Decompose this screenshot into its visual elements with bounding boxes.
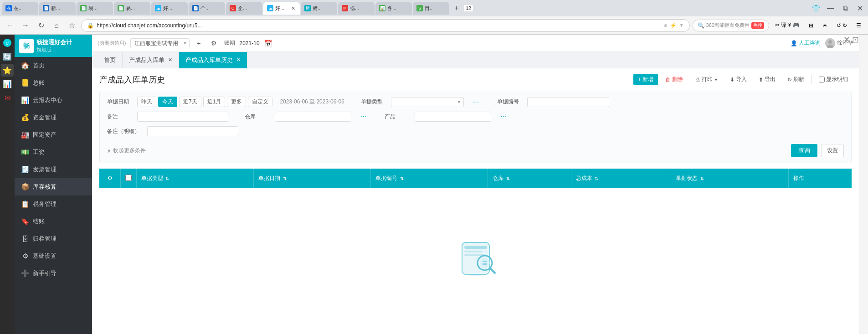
home-button[interactable]: ⌂ — [50, 19, 63, 32]
grid-icon[interactable]: ⊞ — [663, 23, 667, 28]
show-cols-label: 显示明细 — [826, 76, 848, 83]
nav-item-home[interactable]: 🏠 首页 — [15, 57, 92, 74]
browser-tab-6[interactable]: 📄 个... — [189, 2, 225, 15]
th-number-sort-icon[interactable]: ⇅ — [400, 176, 404, 181]
warehouse-dots[interactable]: ··· — [359, 113, 368, 121]
mail-icon[interactable]: ✉ — [1, 91, 14, 104]
sync-icon[interactable]: 🔄 — [1, 50, 14, 63]
new-tab-button[interactable]: + — [450, 2, 463, 15]
product-dots[interactable]: ··· — [498, 113, 508, 121]
company-settings-button[interactable]: ⚙ — [208, 39, 220, 48]
select-all-checkbox[interactable] — [125, 175, 132, 181]
nav-item-base-settings[interactable]: ⚙ 基础设置 — [15, 247, 92, 265]
th-date-sort-icon[interactable]: ⇅ — [283, 176, 287, 181]
undo-btn[interactable]: ↺ ↻ — [833, 21, 850, 30]
browser-tab-9[interactable]: 腾 腾... — [301, 2, 337, 15]
restore-button[interactable]: ⧉ — [839, 2, 852, 15]
browser-tab-8[interactable]: ☁ 好... ✕ — [263, 2, 300, 15]
close-button[interactable]: ✕ — [853, 2, 866, 15]
nav-item-ledger[interactable]: 📒 总账 — [15, 74, 92, 92]
nav-item-archive[interactable]: 🗄 归档管理 — [15, 230, 92, 247]
th-status-sort-icon[interactable]: ⇅ — [700, 176, 704, 181]
nav-item-invoice[interactable]: 🧾 发票管理 — [15, 161, 92, 178]
tab-close-8[interactable]: ✕ — [290, 5, 296, 12]
nav-item-inventory[interactable]: 📦 库存核算 — [15, 178, 92, 195]
import-button[interactable]: ⬇ 导入 — [725, 74, 751, 85]
type-select[interactable] — [391, 97, 464, 107]
number-filter-input[interactable] — [527, 97, 609, 107]
date-btn-custom[interactable]: 自定义 — [248, 97, 272, 107]
lightning-icon[interactable]: ⚡ — [670, 22, 677, 29]
browser-tab-7[interactable]: C 企... — [226, 2, 262, 15]
type-dots[interactable]: ··· — [471, 98, 481, 106]
date-btn-more[interactable]: 更多 — [227, 97, 246, 107]
add-company-button[interactable]: + — [194, 39, 203, 48]
forward-button[interactable]: → — [19, 19, 32, 32]
company-selector[interactable]: 江西服宝测试专用 — [130, 38, 190, 48]
nav-item-new-entry[interactable]: ➕ 新手引导 — [15, 265, 92, 282]
page-tab-list[interactable]: 产成品入库单 ✕ — [123, 52, 179, 68]
remark-detail-filter-input[interactable] — [147, 126, 238, 136]
add-button[interactable]: + 新增 — [633, 74, 658, 85]
browser-tab-3[interactable]: 📄 易... — [77, 2, 113, 15]
show-cols-button[interactable]: 显示明细 — [815, 74, 852, 85]
browser-tab-4[interactable]: 📄 易... — [114, 2, 150, 15]
page-tab-list-close[interactable]: ✕ — [168, 57, 172, 63]
date-btn-yesterday[interactable]: 昨天 — [137, 97, 156, 107]
bookmark-button[interactable]: ☆ — [66, 19, 78, 32]
shirt-icon[interactable]: 👕 — [810, 2, 822, 15]
browser-tab-12[interactable]: S 目... — [413, 2, 449, 15]
page-close-button[interactable]: ✕ — [843, 35, 850, 45]
star-icon[interactable]: ⭐ — [1, 64, 14, 77]
th-type-sort-icon[interactable]: ⇅ — [165, 176, 169, 181]
sun-btn[interactable]: ☀ — [819, 21, 831, 30]
tab-favicon-3: 📄 — [80, 5, 87, 11]
page-tab-history[interactable]: 产成品入库单历史 ✕ — [179, 52, 247, 68]
query-button[interactable]: 查询 — [791, 144, 817, 157]
show-cols-checkbox[interactable] — [819, 77, 825, 82]
nav-item-funds[interactable]: 💰 资金管理 — [15, 109, 92, 126]
back-button[interactable]: ← — [4, 19, 16, 32]
print-button[interactable]: 🖨 打印 ▼ — [690, 74, 723, 85]
browser-tab-2[interactable]: 📄 新... — [39, 2, 76, 15]
page-expand-button[interactable]: ⊡ — [852, 35, 859, 45]
table-settings-button[interactable]: ⚙ — [104, 172, 116, 184]
th-total-cost-sort-icon[interactable]: ⇅ — [595, 176, 598, 181]
settings-filter-button[interactable]: 设置 — [821, 144, 844, 157]
search-box[interactable]: 🔍 360智能抠图免费用 热搜 — [693, 20, 769, 31]
th-warehouse-sort-icon[interactable]: ⇅ — [506, 176, 510, 181]
analytics-icon[interactable]: 📊 — [1, 77, 14, 90]
dropdown-arrow[interactable]: ▼ — [679, 23, 684, 28]
date-btn-today[interactable]: 今天 — [158, 97, 177, 107]
scissors-btn[interactable]: ✂ 译 ¥ 🎮 — [772, 20, 803, 31]
warehouse-filter-input[interactable] — [275, 112, 351, 122]
browser-tab-5[interactable]: ☁ 好... — [151, 2, 188, 15]
menu-btn[interactable]: ☰ — [853, 21, 864, 30]
nav-item-reports[interactable]: 📊 云报表中心 — [15, 92, 92, 109]
date-btn-7days[interactable]: 近7天 — [179, 97, 201, 107]
export-icon: ⬆ — [759, 77, 763, 83]
grid-btn[interactable]: ⊞ — [806, 21, 817, 30]
help-link[interactable]: 👤 人工咨询 — [791, 39, 821, 47]
nav-item-settlement[interactable]: 🔖 结账 — [15, 213, 92, 230]
address-input-bar[interactable]: 🔒 https://cloud.chanjet.com/accounting/u… — [81, 19, 690, 32]
export-button[interactable]: ⬆ 导出 — [754, 74, 780, 85]
browser-tab-11[interactable]: 📊 各... — [375, 2, 412, 15]
nav-item-payroll[interactable]: 💵 工资 — [15, 144, 92, 161]
browser-tab-1[interactable]: 在 在... — [2, 2, 38, 15]
remark-filter-input[interactable] — [137, 112, 228, 122]
refresh-button[interactable]: ↻ 刷新 — [783, 74, 809, 85]
minimize-button[interactable]: — — [824, 2, 837, 15]
app-logo-icon[interactable]: C — [1, 36, 14, 49]
date-btn-1month[interactable]: 近1月 — [203, 97, 226, 107]
page-tab-home[interactable]: 首页 — [98, 52, 123, 68]
delete-button[interactable]: 🗑 删除 — [661, 74, 688, 85]
nav-item-tax[interactable]: 📋 税务管理 — [15, 195, 92, 213]
collapse-button[interactable]: ∧ 收起更多条件 — [107, 145, 146, 156]
refresh-button[interactable]: ↻ — [35, 19, 47, 32]
browser-tab-10[interactable]: M 畅... — [338, 2, 375, 15]
page-tab-history-close[interactable]: ✕ — [236, 57, 241, 63]
calendar-icon[interactable]: 📅 — [264, 40, 272, 47]
product-filter-input[interactable] — [415, 112, 491, 122]
nav-item-fixed-assets[interactable]: 🏭 固定资产 — [15, 126, 92, 144]
